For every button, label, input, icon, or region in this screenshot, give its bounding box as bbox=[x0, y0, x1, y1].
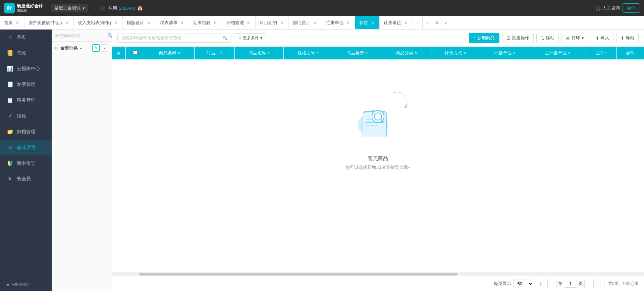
sidebar-item-report[interactable]: 📊 云报表中心 bbox=[0, 61, 52, 77]
chevron-down-filter-icon: ▾ bbox=[260, 36, 262, 40]
tab-template[interactable]: 模版设计 ✕ bbox=[123, 16, 156, 29]
th-price-method[interactable]: 计价方式⇅ bbox=[431, 47, 480, 59]
th-category[interactable]: 商品分类⇅ bbox=[382, 47, 431, 59]
th-code[interactable]: 商品...⇅ bbox=[194, 47, 234, 59]
category-panel: 🔍 ⊞ 全部分类 ● ✎ ‹ bbox=[52, 30, 112, 291]
product-search-input[interactable] bbox=[121, 36, 220, 40]
page-number-input[interactable] bbox=[564, 280, 577, 288]
tab-close-subject[interactable]: ✕ bbox=[279, 20, 284, 26]
tab-close-home[interactable]: ✕ bbox=[15, 20, 20, 26]
tab-home[interactable]: 首页 ✕ bbox=[0, 16, 24, 29]
th-col3[interactable]: 主3⇅ bbox=[586, 47, 617, 59]
tab-close-balance[interactable]: ✕ bbox=[64, 20, 69, 26]
category-search-input[interactable] bbox=[55, 33, 105, 38]
th-type[interactable]: 商品类型⇅ bbox=[333, 47, 382, 59]
sidebar-item-archive[interactable]: 📁 归档管理 bbox=[0, 124, 52, 140]
tab-period-end[interactable]: 期末结转 ✕ bbox=[189, 16, 222, 29]
first-page-button[interactable]: |‹ bbox=[537, 279, 546, 288]
tab-archive[interactable]: 归档管理 ✕ bbox=[222, 16, 256, 29]
tab-subject[interactable]: 科目期初 ✕ bbox=[256, 16, 289, 29]
batch-operate-button[interactable]: ☑ 批量操作 bbox=[502, 33, 534, 43]
add-product-button[interactable]: + 新增商品 bbox=[469, 33, 499, 43]
tab-close-inventory[interactable]: ✕ bbox=[370, 20, 375, 26]
inventory-container: 🔍 ⊞ 全部分类 ● ✎ ‹ bbox=[52, 30, 644, 291]
tab-department[interactable]: 部门员工 ✕ bbox=[289, 16, 322, 29]
tab-close-period-end[interactable]: ✕ bbox=[213, 20, 218, 26]
tab-period-end-label: 期末结转 bbox=[193, 20, 211, 26]
sidebar-item-settings[interactable]: ⚙ 基础设置 bbox=[0, 140, 52, 155]
sidebar-label-ledger: 总账 bbox=[17, 50, 26, 56]
sidebar-item-member[interactable]: V 畅会员 bbox=[0, 171, 52, 187]
report-icon: 📊 bbox=[7, 65, 13, 72]
sidebar-item-invoice[interactable]: 🧾 发票管理 bbox=[0, 77, 52, 92]
product-table: ⚙ 商品条码⇅ 商品...⇅ bbox=[112, 47, 644, 194]
page-size-selector: 每页显示 50 20 100 200 bbox=[494, 280, 533, 288]
th-unit[interactable]: 计量单位⇅ bbox=[480, 47, 529, 59]
sidebar-item-home[interactable]: ⌂ 首页 bbox=[0, 30, 52, 45]
export-button[interactable]: ⬇ 导出 bbox=[616, 33, 639, 43]
collapse-category-button[interactable]: ‹ bbox=[101, 44, 108, 52]
sidebar-item-guide[interactable]: 🔰 新手引导 bbox=[0, 155, 52, 171]
app-edition: 旗舰版 bbox=[17, 9, 43, 13]
tab-close-all-button[interactable]: ✕ bbox=[432, 16, 441, 29]
tab-close-template[interactable]: ✕ bbox=[146, 20, 152, 26]
company-selector[interactable]: 基层工会测试 ▾ bbox=[51, 4, 88, 12]
sidebar-label-tax: 税务管理 bbox=[17, 97, 36, 103]
prev-page-button[interactable]: ‹ bbox=[547, 279, 557, 288]
filter-icon: ▽ bbox=[238, 36, 241, 40]
calendar-icon[interactable]: 📅 bbox=[137, 6, 143, 11]
tab-inventory[interactable]: 存货 ✕ bbox=[355, 16, 380, 29]
print-button[interactable]: 🖨 打印 ▾ bbox=[561, 33, 588, 43]
next-page-button[interactable]: › bbox=[584, 279, 594, 288]
th-barcode[interactable]: 商品条码⇅ bbox=[145, 47, 194, 59]
tab-partner[interactable]: 往来单位 ✕ bbox=[322, 16, 355, 29]
product-search-icon[interactable]: 🔍 bbox=[222, 36, 228, 41]
more-conditions-button[interactable]: ▽ 更多条件 ▾ bbox=[235, 33, 266, 43]
sidebar-item-close[interactable]: ✓ 结账 bbox=[0, 108, 52, 124]
page-size-dropdown[interactable]: 50 20 100 200 bbox=[513, 280, 533, 288]
tab-tax[interactable]: 税表清单 ✕ bbox=[156, 16, 189, 29]
sidebar-item-tax[interactable]: 📋 税务管理 bbox=[0, 92, 52, 108]
member-icon: V bbox=[7, 176, 13, 182]
last-page-button[interactable]: ›| bbox=[595, 279, 604, 288]
tab-unit[interactable]: 计量单位 ✕ bbox=[380, 16, 413, 29]
tab-close-unit[interactable]: ✕ bbox=[403, 20, 409, 26]
all-category-label[interactable]: 全部分类 bbox=[60, 45, 78, 51]
tab-close-income[interactable]: ✕ bbox=[113, 20, 118, 26]
import-button[interactable]: ⬆ 导入 bbox=[591, 33, 613, 43]
tab-close-archive[interactable]: ✕ bbox=[246, 20, 251, 26]
move-button[interactable]: ⇅ 移动 bbox=[536, 33, 559, 43]
scroll-thumb[interactable] bbox=[139, 273, 458, 276]
horizontal-scrollbar[interactable] bbox=[112, 272, 644, 276]
th-name[interactable]: 商品名称⇅ bbox=[234, 47, 283, 59]
select-all-checkbox[interactable] bbox=[133, 50, 138, 55]
tab-balance[interactable]: 资产负债表(中期) ✕ bbox=[24, 16, 74, 29]
tab-close-partner[interactable]: ✕ bbox=[345, 20, 351, 26]
tab-balance-label: 资产负债表(中期) bbox=[29, 20, 62, 26]
sort-code-icon: ⇅ bbox=[220, 51, 223, 55]
edit-category-button[interactable]: ✎ bbox=[92, 44, 100, 52]
tab-next-button[interactable]: › bbox=[422, 16, 432, 29]
tab-prev-button[interactable]: ‹ bbox=[413, 16, 422, 29]
tab-close-department[interactable]: ✕ bbox=[312, 20, 318, 26]
tab-income[interactable]: 收入支出表(年报) ✕ bbox=[74, 16, 123, 29]
per-page-label: 每页显示 bbox=[494, 281, 511, 287]
th-action: 操作 bbox=[616, 47, 644, 59]
tab-tax-label: 税表清单 bbox=[160, 20, 177, 26]
sidebar-collapse-button[interactable]: ◄ ◄取消固定 bbox=[0, 278, 52, 291]
toolbar: 🔍 ▽ 更多条件 ▾ + 新增商品 ☑ 批量操作 bbox=[112, 30, 644, 47]
th-spec[interactable]: 规格型号⇅ bbox=[284, 47, 333, 59]
settings-icon[interactable]: ⚙ bbox=[100, 5, 105, 11]
th-main-unit[interactable]: 主计量单位⇅ bbox=[529, 47, 586, 59]
kuaiji-button[interactable]: 会计 bbox=[623, 3, 640, 13]
period-value: 2023-03 bbox=[119, 6, 135, 11]
print-chevron-icon: ▾ bbox=[582, 36, 584, 41]
th-checkbox[interactable] bbox=[125, 47, 145, 59]
tab-close-tax[interactable]: ✕ bbox=[179, 20, 185, 26]
add-tab-button[interactable]: ＋ bbox=[92, 5, 97, 12]
user-service-btn[interactable]: 🎧 人工咨询 bbox=[596, 5, 620, 11]
sidebar-item-ledger[interactable]: 📒 总账 bbox=[0, 45, 52, 61]
tab-unit-label: 计量单位 bbox=[384, 20, 401, 26]
th-settings[interactable]: ⚙ bbox=[112, 47, 125, 59]
tab-expand-button[interactable]: ⤢ bbox=[441, 16, 450, 29]
